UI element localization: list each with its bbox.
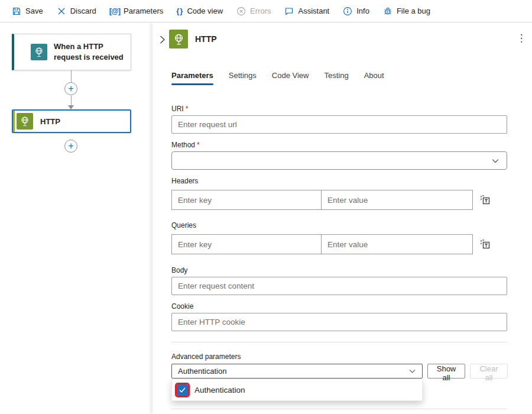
trigger-card-when-http-request-received[interactable]: When a HTTP request is received [12,34,131,70]
advanced-parameters-label: Advanced parameters [171,352,241,361]
chevron-right-icon[interactable] [157,34,168,45]
clear-all-button: Clear all [470,364,508,379]
errors-button: Errors [229,0,277,22]
advanced-parameters-dropdown-popup: Authentication [171,379,423,401]
tab-parameters[interactable]: Parameters [171,71,213,85]
headers-key-value-row [171,190,473,210]
advanced-parameters-value: Authentication [178,367,226,376]
uri-label: URI* [171,105,188,113]
save-icon [11,6,22,17]
headers-value-input[interactable] [322,190,472,209]
trigger-card-title: When a HTTP request is received [54,41,131,62]
errors-label: Errors [250,7,271,15]
cookie-input[interactable] [171,313,507,331]
file-a-bug-label: File a bug [397,7,430,15]
insert-step-button-2[interactable]: + [64,140,77,153]
method-dropdown[interactable] [171,151,507,170]
at-parameters-icon: [@] [109,7,120,15]
panel-tabs: Parameters Settings Code View Testing Ab… [171,71,384,85]
save-label: Save [25,7,43,15]
tab-settings[interactable]: Settings [229,71,257,85]
insert-step-button-1[interactable]: + [64,82,77,95]
edge-line-top [71,70,72,83]
required-asterisk: * [186,105,189,113]
info-circle-icon [342,6,353,17]
bottom-divider [171,409,507,409]
code-view-label: Code view [187,7,223,15]
method-label: Method* [171,141,200,149]
request-globe-icon [31,44,47,60]
authentication-checkbox-checked[interactable] [177,384,188,396]
action-card-http[interactable]: HTTP [12,109,131,133]
headers-label: Headers [171,177,198,185]
plus-glyph: + [68,83,73,93]
queries-label: Queries [171,221,196,229]
headers-key-input[interactable] [172,190,322,209]
authentication-option-label[interactable]: Authentication [194,386,245,394]
workflow-canvas[interactable]: When a HTTP request is received + HTTP + [0,22,153,414]
queries-key-value-row [171,234,473,254]
error-circle-icon [236,6,246,17]
assistant-button[interactable]: Assistant [277,0,336,22]
tab-about[interactable]: About [364,71,384,85]
save-button[interactable]: Save [5,0,50,22]
chevron-down-icon [491,157,499,165]
body-label: Body [171,266,187,274]
bug-icon [382,6,393,17]
http-globe-icon [169,30,188,48]
panel-title: HTTP [195,34,217,44]
action-card-title: HTTP [40,117,60,126]
edge-arrowhead [68,105,74,109]
code-view-button[interactable]: {} Code view [170,0,229,22]
tab-testing[interactable]: Testing [324,71,348,85]
parameters-button[interactable]: [@] Parameters [103,0,170,22]
parameters-label: Parameters [124,7,163,15]
required-asterisk: * [197,141,200,149]
body-input[interactable] [171,277,507,295]
chat-bubble-icon [284,6,294,17]
plus-glyph: + [68,141,73,151]
cookie-label: Cookie [171,302,193,310]
switch-to-text-mode-icon[interactable] [479,238,491,250]
designer-window: Save Discard [@] Parameters {} Code view… [0,0,532,414]
assistant-label: Assistant [298,7,329,15]
action-card-accent-stripe [13,111,15,132]
chevron-down-icon [408,367,416,375]
show-all-button[interactable]: Show all [427,364,465,379]
info-label: Info [356,7,369,15]
checkmark-icon [179,386,186,394]
discard-button[interactable]: Discard [50,0,103,22]
uri-input[interactable] [171,115,507,134]
queries-value-input[interactable] [322,235,472,254]
discard-label: Discard [70,7,96,15]
advanced-parameters-combobox[interactable]: Authentication [171,364,423,379]
http-globe-icon [17,113,33,130]
panel-header: HTTP ⋮ [153,30,532,50]
queries-key-input[interactable] [172,235,322,254]
discard-icon [56,6,67,17]
info-button[interactable]: Info [336,0,376,22]
tab-code-view[interactable]: Code View [272,71,309,85]
section-divider [171,342,507,342]
command-toolbar: Save Discard [@] Parameters {} Code view… [0,0,532,22]
braces-icon: {} [176,7,183,15]
edge-line-bottom [71,96,72,106]
more-options-icon[interactable]: ⋮ [515,32,527,44]
file-a-bug-button[interactable]: File a bug [376,0,437,22]
switch-to-text-mode-icon[interactable] [479,194,491,206]
action-config-panel: HTTP ⋮ Parameters Settings Code View Tes… [153,22,532,414]
